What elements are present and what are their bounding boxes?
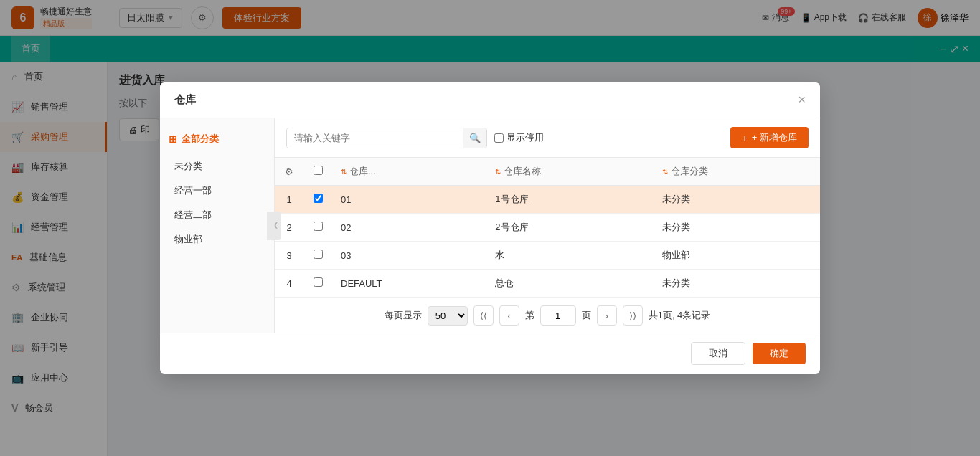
category-item-property[interactable]: 物业部 xyxy=(160,227,274,252)
th-checkbox xyxy=(303,158,332,186)
confirm-button[interactable]: 确定 xyxy=(753,343,806,364)
new-warehouse-button[interactable]: + + 新增仓库 xyxy=(730,127,809,148)
row-code: 01 xyxy=(332,186,486,214)
sort-icon: ⇅ xyxy=(341,168,347,176)
row-name: 1号仓库 xyxy=(486,186,653,214)
modal-overlay: 仓库 × ⊞ 全部分类 《 未分类 经营一部 经营二部 物业部 xyxy=(0,0,980,456)
category-sidebar: ⊞ 全部分类 《 未分类 经营一部 经营二部 物业部 xyxy=(160,118,275,333)
th-name: ⇅ 仓库名称 xyxy=(486,158,653,186)
sort-icon: ⇅ xyxy=(495,168,501,176)
row-checkbox[interactable] xyxy=(314,222,323,231)
modal-body: ⊞ 全部分类 《 未分类 经营一部 经营二部 物业部 🔍 xyxy=(160,118,820,333)
prev-page-button[interactable]: ‹ xyxy=(499,305,519,326)
th-category: ⇅ 仓库分类 xyxy=(654,158,820,186)
pagination: 每页显示 50 100 200 ⟨⟨ ‹ 第 页 › ⟩⟩ 共1页, 4条记录 xyxy=(275,298,820,333)
first-page-button[interactable]: ⟨⟨ xyxy=(473,305,494,326)
category-grid-icon: ⊞ xyxy=(169,133,177,145)
table-row[interactable]: 3 03 水 物业部 xyxy=(275,242,820,270)
row-category: 未分类 xyxy=(654,270,820,298)
search-input[interactable] xyxy=(287,128,463,148)
cancel-button[interactable]: 取消 xyxy=(691,342,745,365)
total-info: 共1页, 4条记录 xyxy=(649,309,711,322)
row-category: 未分类 xyxy=(654,214,820,242)
page-number-input[interactable] xyxy=(540,305,576,326)
row-code: 02 xyxy=(332,214,486,242)
row-checkbox[interactable] xyxy=(314,250,323,259)
sort-icon: ⇅ xyxy=(662,168,668,176)
row-code: DEFAULT xyxy=(332,270,486,298)
collapse-arrow-icon: 《 xyxy=(270,221,278,231)
warehouse-modal: 仓库 × ⊞ 全部分类 《 未分类 经营一部 经营二部 物业部 xyxy=(160,82,820,374)
row-settings: 4 xyxy=(275,270,303,298)
row-settings: 1 xyxy=(275,186,303,214)
modal-toolbar: 🔍 显示停用 + + 新增仓库 xyxy=(275,118,820,158)
show-disabled-checkbox[interactable]: 显示停用 xyxy=(494,131,544,144)
row-category: 未分类 xyxy=(654,186,820,214)
th-code: ⇅ 仓库... xyxy=(332,158,486,186)
table-row[interactable]: 4 DEFAULT 总仓 未分类 xyxy=(275,270,820,298)
page-suffix: 页 xyxy=(582,309,591,322)
plus-icon: + xyxy=(742,133,748,143)
row-name: 水 xyxy=(486,242,653,270)
warehouse-table: ⚙ ⇅ 仓库... xyxy=(275,158,820,298)
last-page-button[interactable]: ⟩⟩ xyxy=(623,305,643,326)
category-item-unclassified[interactable]: 未分类 xyxy=(160,154,274,179)
modal-title: 仓库 xyxy=(174,93,196,107)
category-title: 全部分类 xyxy=(182,133,219,146)
next-page-button[interactable]: › xyxy=(597,305,617,326)
show-disabled-label: 显示停用 xyxy=(507,131,544,144)
table-row[interactable]: 1 01 1号仓库 未分类 xyxy=(275,186,820,214)
row-checkbox[interactable] xyxy=(314,194,323,203)
modal-close-button[interactable]: × xyxy=(798,92,806,108)
row-category: 物业部 xyxy=(654,242,820,270)
page-label: 第 xyxy=(525,309,534,322)
show-disabled-input[interactable] xyxy=(494,133,504,143)
select-all-checkbox[interactable] xyxy=(314,166,323,175)
row-name: 总仓 xyxy=(486,270,653,298)
row-code: 03 xyxy=(332,242,486,270)
modal-footer: 取消 确定 xyxy=(160,333,820,374)
table-row[interactable]: 2 02 2号仓库 未分类 xyxy=(275,214,820,242)
category-collapse-button[interactable]: 《 xyxy=(267,212,281,240)
modal-header: 仓库 × xyxy=(160,82,820,118)
search-box: 🔍 xyxy=(286,128,487,148)
category-header: ⊞ 全部分类 xyxy=(160,127,274,154)
page-size-select[interactable]: 50 100 200 xyxy=(428,306,468,326)
table-wrapper: ⚙ ⇅ 仓库... xyxy=(275,158,820,298)
page-size-label: 每页显示 xyxy=(385,309,422,322)
category-item-dept1[interactable]: 经营一部 xyxy=(160,179,274,203)
category-item-dept2[interactable]: 经营二部 xyxy=(160,203,274,227)
row-settings: 3 xyxy=(275,242,303,270)
search-icon[interactable]: 🔍 xyxy=(463,128,486,148)
modal-content-area: 🔍 显示停用 + + 新增仓库 xyxy=(275,118,820,333)
th-settings: ⚙ xyxy=(275,158,303,186)
row-checkbox[interactable] xyxy=(314,277,323,287)
row-name: 2号仓库 xyxy=(486,214,653,242)
